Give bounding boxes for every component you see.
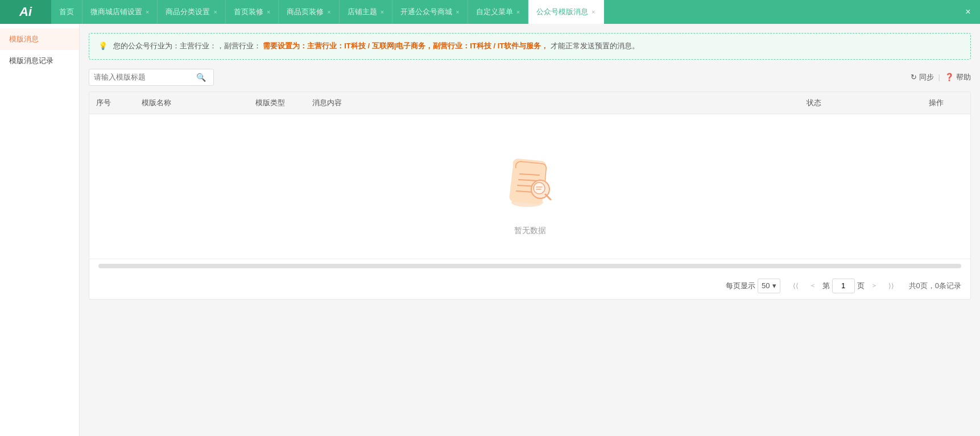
nav-tab-custom-menu[interactable]: 自定义菜单× [468, 0, 528, 24]
content-area: 💡 您的公众号行业为：主营行业：，副营行业： 需要设置为：主营行业：IT科技 /… [80, 24, 980, 436]
table-header: 序号模版名称模版类型消息内容状态操作 [89, 92, 970, 114]
pagination: 每页显示 50 ▾ ⟨⟨ ＜ 第 页 ＞ ⟩⟩ 共0页，0条记录 [89, 273, 970, 299]
first-page-button[interactable]: ⟨⟨ [788, 279, 803, 293]
tab-close-store-theme[interactable]: × [381, 9, 384, 15]
table-header-type: 模版类型 [249, 92, 305, 114]
search-toolbar: 🔍 ↻ 同步 | ❓ 帮助 [89, 69, 971, 86]
info-prefix: 您的公众号行业为：主营行业：，副营行业： [113, 41, 261, 50]
data-table: 序号模版名称模版类型消息内容状态操作 [89, 92, 971, 300]
sync-label: 同步 [919, 72, 934, 82]
sidebar-item-template-record[interactable]: 模版消息记录 [0, 50, 79, 72]
empty-icon [496, 148, 564, 217]
nav-tab-open-wechat[interactable]: 开通公众号商城× [392, 0, 468, 24]
window-close-button[interactable]: × [956, 0, 980, 24]
nav-tabs: 首页微商城店铺设置×商品分类设置×首页装修×商品页装修×店铺主题×开通公众号商城… [51, 0, 956, 24]
page-unit: 页 [857, 281, 865, 291]
tab-close-open-wechat[interactable]: × [456, 9, 459, 15]
page-size-value: 50 [762, 281, 770, 290]
tab-close-template-msg[interactable]: × [592, 9, 595, 15]
sync-button[interactable]: ↻ 同步 [911, 72, 934, 82]
nav-tab-product-decor[interactable]: 商品页装修× [279, 0, 339, 24]
info-highlight: 需要设置为：主营行业：IT科技 / 互联网|电子商务，副营行业：IT科技 / I… [263, 41, 548, 50]
app-logo: Ai [0, 0, 51, 24]
table-header-action: 操作 [902, 92, 970, 114]
nav-tab-store-theme[interactable]: 店铺主题× [340, 0, 392, 24]
info-banner: 💡 您的公众号行业为：主营行业：，副营行业： 需要设置为：主营行业：IT科技 /… [89, 33, 971, 60]
top-nav: Ai 首页微商城店铺设置×商品分类设置×首页装修×商品页装修×店铺主题×开通公众… [0, 0, 980, 24]
page-navigation: ⟨⟨ ＜ 第 页 ＞ ⟩⟩ [788, 279, 899, 293]
last-page-button[interactable]: ⟩⟩ [884, 279, 899, 293]
table-header-seq: 序号 [89, 92, 135, 114]
sidebar-item-template[interactable]: 模版消息 [0, 28, 79, 50]
nav-tab-category[interactable]: 商品分类设置× [158, 0, 225, 24]
next-page-button[interactable]: ＞ [867, 279, 882, 293]
sync-icon: ↻ [911, 73, 917, 81]
chevron-down-icon: ▾ [772, 281, 776, 290]
nav-tab-home[interactable]: 首页 [51, 0, 82, 24]
divider: | [938, 73, 940, 81]
empty-text: 暂无数据 [514, 226, 546, 236]
search-input[interactable] [94, 73, 196, 81]
nav-tab-home-decor[interactable]: 首页装修× [226, 0, 279, 24]
total-text: 共0页，0条记录 [909, 281, 961, 291]
search-box: 🔍 [89, 69, 214, 86]
main-layout: 模版消息模版消息记录 💡 您的公众号行业为：主营行业：，副营行业： 需要设置为：… [0, 24, 980, 436]
tab-close-custom-menu[interactable]: × [516, 9, 520, 15]
table-header-status: 状态 [800, 92, 902, 114]
page-number-input[interactable] [832, 279, 855, 293]
search-icon[interactable]: 🔍 [196, 73, 206, 82]
help-label: 帮助 [956, 72, 971, 82]
nav-tab-wechat-store[interactable]: 微商城店铺设置× [82, 0, 158, 24]
bulb-icon: 💡 [98, 41, 107, 50]
tab-close-category[interactable]: × [213, 9, 217, 15]
page-size-select: 每页显示 50 ▾ [726, 279, 780, 293]
prev-page-button[interactable]: ＜ [805, 279, 820, 293]
svg-line-7 [545, 194, 551, 200]
help-icon: ❓ [945, 73, 954, 81]
sidebar: 模版消息模版消息记录 [0, 24, 80, 436]
tab-close-product-decor[interactable]: × [327, 9, 330, 15]
info-suffix: 才能正常发送预置的消息。 [551, 41, 639, 50]
page-word: 第 [822, 281, 830, 291]
scrollbar-area [89, 259, 970, 273]
page-size-label: 每页显示 [726, 281, 755, 291]
nav-tab-template-msg[interactable]: 公众号模版消息× [528, 0, 603, 24]
horizontal-scrollbar[interactable] [98, 264, 961, 268]
page-size-dropdown[interactable]: 50 ▾ [758, 279, 780, 293]
empty-state: 暂无数据 [89, 114, 970, 259]
svg-point-6 [534, 182, 545, 194]
table-header-content: 消息内容 [305, 92, 800, 114]
tab-close-wechat-store[interactable]: × [146, 9, 149, 15]
tab-close-home-decor[interactable]: × [267, 9, 270, 15]
help-button[interactable]: ❓ 帮助 [945, 72, 971, 82]
toolbar-right: ↻ 同步 | ❓ 帮助 [911, 72, 971, 82]
table-header-name: 模版名称 [135, 92, 249, 114]
